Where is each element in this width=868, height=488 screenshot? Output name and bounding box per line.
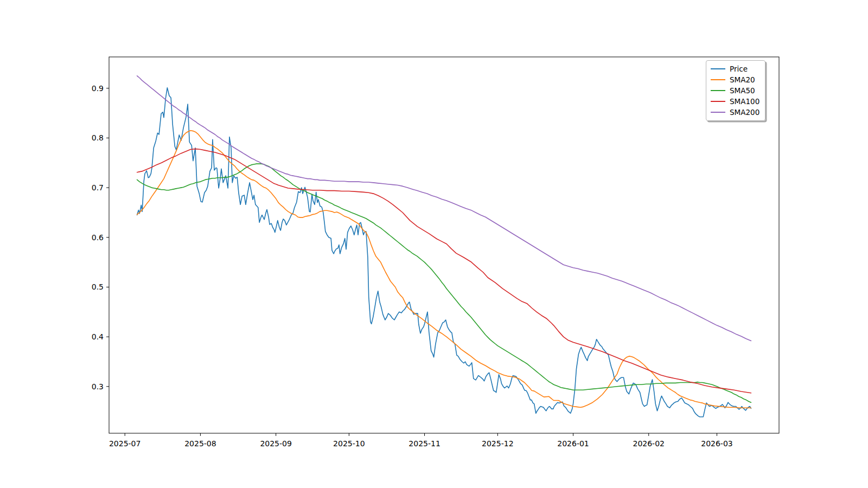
legend-item-sma50: SMA50 [711, 85, 761, 96]
x-tick-label: 2026-02 [633, 439, 665, 448]
legend-label: SMA200 [730, 107, 760, 118]
x-tick-label: 2025-12 [482, 439, 514, 448]
series-line-sma20 [137, 131, 751, 408]
legend-line-sample [711, 90, 725, 91]
series-line-sma200 [137, 76, 751, 341]
x-tick-label: 2025-08 [184, 439, 216, 448]
legend: PriceSMA20SMA50SMA100SMA200 [706, 60, 765, 121]
y-tick-label: 0.5 [92, 282, 104, 291]
x-tick-label: 2025-07 [109, 439, 141, 448]
legend-item-sma200: SMA200 [711, 107, 761, 118]
y-tick-label: 0.3 [92, 382, 104, 391]
legend-line-sample [711, 101, 725, 102]
y-tick-label: 0.8 [92, 133, 104, 142]
y-tick-label: 0.6 [92, 233, 104, 242]
x-tick-label: 2026-03 [701, 439, 733, 448]
legend-label: SMA100 [730, 96, 760, 107]
legend-label: SMA50 [730, 85, 755, 96]
legend-line-sample [711, 68, 725, 69]
legend-item-price: Price [711, 63, 761, 74]
series-line-price [137, 88, 751, 417]
legend-label: Price [730, 63, 748, 74]
x-tick-label: 2025-11 [409, 439, 441, 448]
x-tick-label: 2025-09 [260, 439, 292, 448]
y-tick-label: 0.9 [92, 84, 104, 93]
x-tick-label: 2026-01 [557, 439, 589, 448]
x-tick-label: 2025-10 [333, 439, 365, 448]
legend-line-sample [711, 112, 725, 113]
series-line-sma100 [137, 149, 751, 393]
y-tick-label: 0.7 [92, 183, 104, 192]
figure: 2025-072025-082025-092025-102025-112025-… [0, 0, 868, 488]
legend-line-sample [711, 79, 725, 80]
y-tick-label: 0.4 [92, 332, 104, 341]
plot-frame [109, 57, 779, 433]
legend-label: SMA20 [730, 74, 755, 85]
legend-item-sma100: SMA100 [711, 96, 761, 107]
legend-item-sma20: SMA20 [711, 74, 761, 85]
